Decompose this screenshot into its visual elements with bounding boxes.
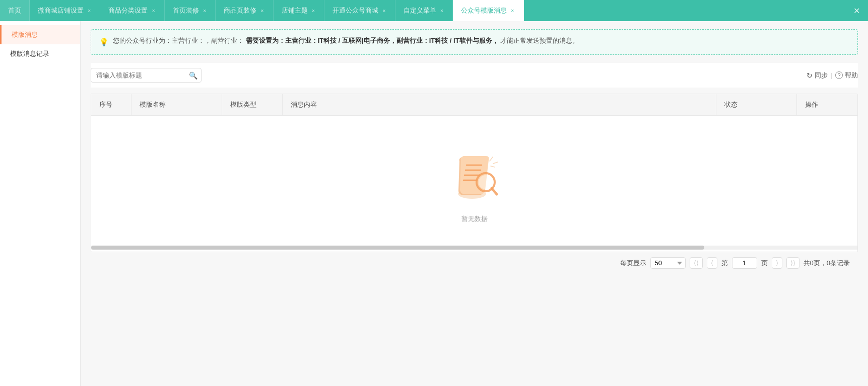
empty-text: 暂无数据 bbox=[461, 214, 488, 223]
first-page-button[interactable]: ⟨⟨ bbox=[690, 257, 703, 269]
page-word: 第 bbox=[721, 259, 728, 268]
tab-template-message-close[interactable]: × bbox=[510, 8, 515, 14]
tab-custom-menu[interactable]: 自定义菜单 × bbox=[395, 0, 453, 21]
help-button[interactable]: ? 帮助 bbox=[835, 71, 858, 80]
help-label: 帮助 bbox=[845, 71, 858, 80]
tab-custom-menu-close[interactable]: × bbox=[439, 8, 444, 14]
tab-category-settings-label: 商品分类设置 bbox=[108, 6, 148, 15]
search-left: 🔍 bbox=[91, 68, 202, 83]
tab-home-decoration-label: 首页装修 bbox=[173, 6, 199, 15]
col-index: 序号 bbox=[91, 94, 131, 115]
search-right: ↻ 同步 | ? 帮助 bbox=[807, 71, 858, 80]
notice-text: 您的公众号行业为：主营行业：，副营行业： 需要设置为：主营行业：IT科技 / 互… bbox=[113, 36, 579, 46]
tab-product-decoration-close[interactable]: × bbox=[259, 8, 264, 14]
col-name: 模版名称 bbox=[131, 94, 222, 115]
search-input-wrap: 🔍 bbox=[91, 68, 202, 83]
sidebar-item-template-message-record-label: 模版消息记录 bbox=[10, 50, 49, 57]
scrollbar-thumb[interactable] bbox=[91, 246, 704, 250]
col-status: 状态 bbox=[716, 94, 797, 115]
notice-text-suffix: 才能正常发送预置的消息。 bbox=[500, 37, 579, 44]
tab-home[interactable]: 首页 bbox=[0, 0, 30, 21]
empty-icon bbox=[444, 146, 505, 206]
tab-template-message[interactable]: 公众号模版消息 × bbox=[453, 0, 523, 21]
svg-line-7 bbox=[492, 188, 497, 194]
action-divider: | bbox=[831, 71, 832, 79]
prev-page-button[interactable]: ⟨ bbox=[707, 257, 717, 269]
svg-line-9 bbox=[493, 162, 498, 164]
tab-shop-theme-label: 店铺主题 bbox=[282, 6, 308, 15]
table-header: 序号 模版名称 模版类型 消息内容 状态 操作 bbox=[91, 94, 857, 116]
tab-open-mall-label: 开通公众号商城 bbox=[332, 6, 378, 15]
sync-button[interactable]: ↻ 同步 bbox=[807, 71, 828, 80]
global-close-button[interactable]: ✕ bbox=[845, 6, 868, 16]
empty-state: 暂无数据 bbox=[91, 116, 857, 244]
next-page-button[interactable]: ⟩ bbox=[772, 257, 782, 269]
notice-banner: 💡 您的公众号行业为：主营行业：，副营行业： 需要设置为：主营行业：IT科技 /… bbox=[91, 29, 858, 55]
tab-bar: 首页 微商城店铺设置 × 商品分类设置 × 首页装修 × 商品页装修 × 店铺主… bbox=[0, 0, 868, 21]
svg-line-8 bbox=[490, 157, 493, 161]
tab-shop-settings-close[interactable]: × bbox=[87, 8, 92, 14]
page-unit: 页 bbox=[761, 259, 768, 268]
sidebar-item-template-message[interactable]: 模版消息 bbox=[0, 25, 80, 44]
notice-highlight: 需要设置为：主营行业：IT科技 / 互联网|电子商务，副营行业：IT科技 / I… bbox=[246, 37, 499, 44]
main-layout: 模版消息 模版消息记录 💡 您的公众号行业为：主营行业：，副营行业： 需要设置为… bbox=[0, 21, 868, 386]
sync-label: 同步 bbox=[815, 71, 828, 80]
page-input[interactable] bbox=[732, 257, 757, 269]
sidebar-item-template-message-label: 模版消息 bbox=[12, 31, 38, 38]
tab-home-decoration[interactable]: 首页装修 × bbox=[165, 0, 216, 21]
sidebar-item-template-message-record[interactable]: 模版消息记录 bbox=[0, 44, 80, 63]
col-action: 操作 bbox=[797, 94, 857, 115]
tab-product-decoration-label: 商品页装修 bbox=[224, 6, 256, 15]
tab-home-label: 首页 bbox=[8, 6, 21, 15]
sync-icon: ↻ bbox=[807, 71, 813, 80]
data-table: 序号 模版名称 模版类型 消息内容 状态 操作 bbox=[91, 94, 858, 252]
page-size-select[interactable]: 50 10 20 100 bbox=[650, 257, 686, 269]
page-size-label: 每页显示 bbox=[620, 259, 646, 268]
pagination: 每页显示 50 10 20 100 ⟨⟨ ⟨ 第 页 ⟩ ⟩⟩ 共0页，0条记录 bbox=[91, 252, 858, 274]
svg-line-10 bbox=[491, 166, 495, 167]
tab-open-mall-close[interactable]: × bbox=[381, 8, 386, 14]
help-icon: ? bbox=[835, 71, 843, 79]
tab-shop-settings-label: 微商城店铺设置 bbox=[38, 6, 84, 15]
search-icon[interactable]: 🔍 bbox=[189, 71, 197, 80]
tab-product-decoration[interactable]: 商品页装修 × bbox=[216, 0, 273, 21]
tab-shop-settings[interactable]: 微商城店铺设置 × bbox=[30, 0, 100, 21]
svg-point-6 bbox=[479, 175, 493, 189]
tab-home-decoration-close[interactable]: × bbox=[202, 8, 207, 14]
tab-custom-menu-label: 自定义菜单 bbox=[404, 6, 436, 15]
search-input[interactable] bbox=[91, 68, 202, 83]
col-type: 模版类型 bbox=[222, 94, 283, 115]
col-content: 消息内容 bbox=[283, 94, 716, 115]
bulb-icon: 💡 bbox=[99, 36, 109, 48]
tab-shop-theme-close[interactable]: × bbox=[311, 8, 316, 14]
tab-template-message-label: 公众号模版消息 bbox=[461, 6, 507, 15]
tab-open-mall[interactable]: 开通公众号商城 × bbox=[324, 0, 395, 21]
sidebar: 模版消息 模版消息记录 bbox=[0, 21, 81, 386]
last-page-button[interactable]: ⟩⟩ bbox=[786, 257, 799, 269]
total-label: 共0页，0条记录 bbox=[804, 259, 850, 268]
notice-text-prefix: 您的公众号行业为：主营行业：，副营行业： bbox=[113, 37, 244, 44]
content-area: 💡 您的公众号行业为：主营行业：，副营行业： 需要设置为：主营行业：IT科技 /… bbox=[81, 21, 868, 386]
horizontal-scrollbar[interactable] bbox=[91, 246, 857, 250]
search-bar: 🔍 ↻ 同步 | ? 帮助 bbox=[91, 63, 858, 88]
tab-category-settings[interactable]: 商品分类设置 × bbox=[100, 0, 164, 21]
tab-category-settings-close[interactable]: × bbox=[151, 8, 156, 14]
tab-shop-theme[interactable]: 店铺主题 × bbox=[274, 0, 324, 21]
